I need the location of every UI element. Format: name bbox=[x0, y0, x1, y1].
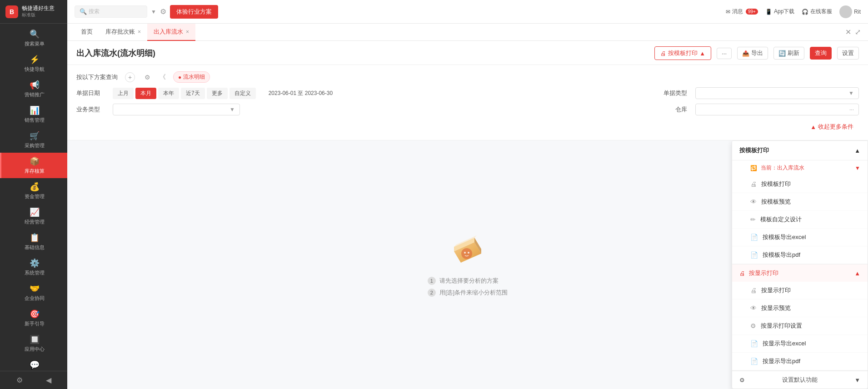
sidebar-footer[interactable]: ⚙ ◀ bbox=[0, 371, 67, 389]
gear-icon[interactable]: ⚙ bbox=[160, 7, 166, 16]
logo-subtitle: 标准版 bbox=[22, 12, 55, 18]
sidebar-item-purchase[interactable]: 🛒采购管理 bbox=[0, 127, 67, 153]
dropdown-section1: 🖨 按模板打印 👁 按模板预览 ✏ 模板自定义设计 📄 按模板导出excel 📄 bbox=[732, 175, 868, 264]
doc-type-filter-label: 单据类型 bbox=[663, 89, 688, 97]
warehouse-select[interactable]: ··· bbox=[695, 104, 859, 115]
filter-settings-icon[interactable]: ⚙ bbox=[142, 72, 152, 82]
chevron-down-icon[interactable]: ▼ bbox=[151, 9, 156, 15]
guide-label: 新手引导 bbox=[25, 320, 45, 327]
content-area: 1 请先选择要分析的方案 2 用[选]条件来缩小分析范围 按模板打印 ▲ 🔁 当… bbox=[67, 140, 868, 389]
sidebar-item-wechat[interactable]: 💬企业微信 bbox=[0, 356, 67, 371]
template-print-label: 按模板打印 bbox=[761, 180, 791, 188]
dropdown-item-display-preview[interactable]: 👁 按显示预览 bbox=[732, 299, 868, 317]
date-tag-近7天[interactable]: 近7天 bbox=[181, 88, 205, 99]
dropdown-item-template-excel[interactable]: 📄 按模板导出excel bbox=[732, 229, 868, 246]
display-print-settings-label: 按显示打印设置 bbox=[761, 322, 802, 330]
tab-home[interactable]: 首页 bbox=[75, 24, 99, 41]
basics-icon: 📋 bbox=[30, 233, 40, 243]
tab-flow[interactable]: 出入库流水× bbox=[147, 24, 195, 41]
date-filter-label: 单据日期 bbox=[76, 89, 105, 97]
dropdown-item-display-print[interactable]: 🖨 按显示打印 bbox=[732, 282, 868, 299]
user-name: Rit bbox=[854, 9, 861, 15]
dropdown-item-display-excel[interactable]: 📄 按显示导出excel bbox=[732, 335, 868, 353]
tab-batch-close[interactable]: × bbox=[138, 29, 141, 35]
sidebar-item-search[interactable]: 🔍搜索菜单 bbox=[0, 25, 67, 51]
chip-label: 流水明细 bbox=[183, 73, 205, 81]
tab-batch-label: 库存批次账 bbox=[105, 28, 135, 36]
purchase-icon: 🛒 bbox=[30, 131, 40, 141]
collapse-filter-btn[interactable]: ▲ 收起更多条件 bbox=[805, 120, 859, 134]
add-filter-btn[interactable]: + bbox=[125, 72, 135, 82]
sidebar-item-basics[interactable]: 📋基础信息 bbox=[0, 229, 67, 254]
expand-icon[interactable]: ⤢ bbox=[855, 28, 861, 36]
business-type-select[interactable]: ▼ bbox=[113, 104, 240, 115]
dropdown-expand-icon[interactable]: ▼ bbox=[855, 165, 860, 171]
system-label: 系统管理 bbox=[25, 269, 45, 276]
date-tag-自定义[interactable]: 自定义 bbox=[229, 88, 256, 99]
dropdown-chevron-up-icon[interactable]: ▲ bbox=[854, 147, 860, 154]
step-1-label: 请先选择要分析的方案 bbox=[439, 277, 499, 285]
doc-type-select[interactable]: ▼ bbox=[695, 87, 859, 99]
date-tag-上月[interactable]: 上月 bbox=[113, 88, 134, 99]
industry-btn[interactable]: 体验行业方案 bbox=[170, 5, 218, 19]
sidebar-item-sales[interactable]: 📊销售管理 bbox=[0, 102, 67, 127]
marketing-icon: 📢 bbox=[30, 80, 40, 90]
tab-batch[interactable]: 库存批次账× bbox=[99, 24, 147, 41]
dropdown-item-template-pdf[interactable]: 📄 按模板导出pdf bbox=[732, 246, 868, 264]
settings-icon[interactable]: ⚙ bbox=[16, 376, 23, 384]
message-item[interactable]: ✉ 消息 99+ bbox=[726, 8, 758, 15]
dropdown-item-template-print[interactable]: 🖨 按模板打印 bbox=[732, 175, 868, 193]
dropdown-item-template-customize[interactable]: ✏ 模板自定义设计 bbox=[732, 211, 868, 229]
refresh-btn[interactable]: 🔄 刷新 bbox=[773, 47, 804, 60]
sidebar-item-finance[interactable]: 💰资金管理 bbox=[0, 178, 67, 204]
enterprise-icon: 🤝 bbox=[30, 284, 40, 294]
filter-area: 按以下方案查询 + ⚙ 《 ● 流水明细 单据日期 上月本月本年近7天更多自定义… bbox=[67, 65, 868, 140]
sidebar-item-guide[interactable]: 🎯新手引导 bbox=[0, 305, 67, 331]
printer-icon-1: 🖨 bbox=[750, 180, 757, 188]
inventory-label: 库存核算 bbox=[25, 168, 45, 175]
settings-btn[interactable]: 设置 bbox=[837, 47, 859, 60]
dropdown-header: 按模板打印 ▲ bbox=[732, 141, 868, 160]
query-btn[interactable]: 查询 bbox=[810, 47, 832, 60]
print-template-btn[interactable]: 🖨 按模板打印 ▲ bbox=[654, 46, 711, 60]
app-download-item[interactable]: 📱 App下载 bbox=[765, 8, 794, 15]
filter-chip[interactable]: ● 流水明细 bbox=[173, 71, 210, 83]
more-options-btn[interactable]: ··· bbox=[717, 48, 732, 59]
sidebar-item-inventory[interactable]: 📦库存核算 bbox=[0, 153, 67, 178]
display-preview-label: 按显示预览 bbox=[761, 304, 791, 312]
collapse-icon[interactable]: ◀ bbox=[46, 376, 51, 384]
filter-collapse-icon[interactable]: 《 bbox=[160, 73, 166, 81]
tab-flow-close[interactable]: × bbox=[186, 29, 189, 35]
business-type-label: 业务类型 bbox=[76, 105, 105, 114]
printer-icon: 🖨 bbox=[660, 50, 666, 57]
pdf-icon-1: 📄 bbox=[750, 251, 758, 259]
step-1-num: 1 bbox=[428, 277, 436, 285]
sidebar-item-system[interactable]: ⚙️系统管理 bbox=[0, 254, 67, 280]
empty-step-2: 2 用[选]条件来缩小分析范围 bbox=[428, 289, 508, 297]
dropdown-section2-title[interactable]: 🖨 按显示打印 ▲ bbox=[732, 264, 868, 282]
date-tag-本月[interactable]: 本月 bbox=[135, 88, 156, 99]
date-tag-更多[interactable]: 更多 bbox=[207, 88, 228, 99]
dropdown-item-display-print-settings[interactable]: ⚙ 按显示打印设置 bbox=[732, 317, 868, 335]
finance-icon: 💰 bbox=[30, 182, 40, 192]
close-all-icon[interactable]: ✕ bbox=[845, 28, 851, 36]
sidebar-item-operations[interactable]: 📈经营管理 bbox=[0, 204, 67, 229]
sidebar-item-marketing[interactable]: 📢营销推广 bbox=[0, 76, 67, 102]
sidebar-item-enterprise[interactable]: 🤝企业协同 bbox=[0, 280, 67, 305]
dropdown-item-display-pdf[interactable]: 📄 按显示导出pdf bbox=[732, 353, 868, 370]
section2-chevron-icon[interactable]: ▲ bbox=[854, 270, 860, 277]
eye-icon-1: 👁 bbox=[750, 198, 757, 205]
sales-label: 销售管理 bbox=[25, 117, 45, 124]
sidebar-item-apps[interactable]: 🔲应用中心 bbox=[0, 331, 67, 356]
sales-icon: 📊 bbox=[30, 105, 40, 115]
date-tag-本年[interactable]: 本年 bbox=[158, 88, 179, 99]
dropdown-item-template-preview[interactable]: 👁 按模板预览 bbox=[732, 193, 868, 211]
display-excel-label: 按显示导出excel bbox=[763, 339, 806, 348]
tab-home-label: 首页 bbox=[81, 28, 93, 36]
user-item[interactable]: Rit bbox=[839, 5, 861, 18]
service-item[interactable]: 🎧 在线客服 bbox=[802, 8, 832, 15]
dropdown-footer[interactable]: ⚙ 设置默认功能 ▼ bbox=[732, 371, 868, 389]
export-btn[interactable]: 📤 导出 bbox=[737, 47, 768, 60]
sidebar-item-shortcut[interactable]: ⚡快捷导航 bbox=[0, 51, 67, 76]
dropdown-footer-label: 设置默认功能 bbox=[782, 376, 818, 384]
